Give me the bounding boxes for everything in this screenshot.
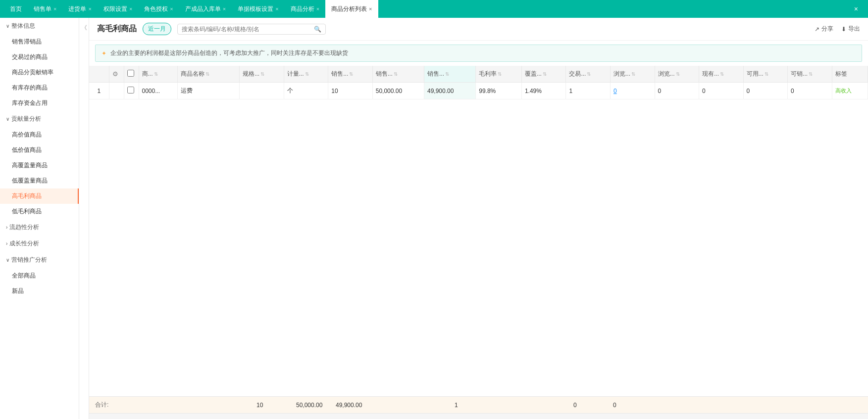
sidebar-item-in-stock[interactable]: 有库存的商品 <box>0 80 79 95</box>
col-header-available-stock[interactable]: 可用... ⇅ <box>743 66 788 83</box>
contribution-arrow-icon: ∨ <box>6 116 9 122</box>
col-header-sales-amount[interactable]: 销售... ⇅ <box>372 66 424 83</box>
sort-code-icon[interactable]: ⇅ <box>154 71 158 77</box>
close-template-tab[interactable]: × <box>275 6 278 12</box>
content-header: 高毛利商品 近一月 🔍 ↗ 分享 ⬇ 导出 <box>89 18 868 41</box>
gear-icon[interactable]: ⚙ <box>112 70 118 78</box>
sort-browse2-icon[interactable]: ⇅ <box>676 71 680 77</box>
sidebar-section-contribution[interactable]: ∨ 贡献量分析 <box>0 111 79 127</box>
sidebar-item-all-products[interactable]: 全部商品 <box>0 268 79 283</box>
sort-current-stock-icon[interactable]: ⇅ <box>720 71 724 77</box>
sort-spec-icon[interactable]: ⇅ <box>260 71 264 77</box>
sidebar-item-stock-capital[interactable]: 库存资金占用 <box>0 95 79 111</box>
share-button[interactable]: ↗ 分享 <box>815 25 833 33</box>
close-sales-tab[interactable]: × <box>53 6 56 12</box>
sidebar-item-high-value[interactable]: 高价值商品 <box>0 127 79 142</box>
nav-template[interactable]: 单据模板设置 × <box>232 0 284 18</box>
sort-transaction-icon[interactable]: ⇅ <box>587 71 591 77</box>
search-icon[interactable]: 🔍 <box>314 26 321 33</box>
sort-sales-qty-icon[interactable]: ⇅ <box>349 71 353 77</box>
close-product-tab[interactable]: × <box>223 6 226 12</box>
nav-product-inbound[interactable]: 产成品入库单 × <box>179 0 232 18</box>
search-input[interactable] <box>182 26 314 33</box>
data-table: ⚙ 商... ⇅ 商品名称 <box>89 66 868 99</box>
col-header-transaction[interactable]: 交易... ⇅ <box>566 66 611 83</box>
sort-browse1-icon[interactable]: ⇅ <box>631 71 635 77</box>
row-checkbox[interactable] <box>127 87 134 93</box>
window-close-button[interactable]: × <box>848 5 864 13</box>
nav-role-auth[interactable]: 角色授权 × <box>138 0 179 18</box>
cell-current-stock: 0 <box>699 83 744 99</box>
col-header-browse2[interactable]: 浏览... ⇅ <box>655 66 699 83</box>
nav-permissions[interactable]: 权限设置 × <box>98 0 138 18</box>
sort-available-icon[interactable]: ⇅ <box>765 71 768 77</box>
sort-sales-profit-icon[interactable]: ⇅ <box>445 71 449 77</box>
col-header-unit[interactable]: 计量... ⇅ <box>284 66 328 83</box>
sidebar-section-marketing[interactable]: ∨ 营销推广分析 <box>0 252 79 268</box>
col-header-gear[interactable]: ⚙ <box>109 66 124 83</box>
footer-current-stock: 0 <box>570 402 610 409</box>
col-header-sales-profit[interactable]: 销售... ⇅ <box>424 66 476 83</box>
cell-checkbox[interactable] <box>124 83 139 99</box>
marketing-arrow-icon: ∨ <box>6 257 9 263</box>
overall-arrow-icon: ∨ <box>6 23 9 29</box>
sort-saleable-icon[interactable]: ⇅ <box>809 71 813 77</box>
cell-browse1[interactable]: 0 <box>610 83 655 99</box>
sidebar-collapse-button[interactable]: 《 <box>79 18 89 419</box>
sidebar-section-growth[interactable]: › 成长性分析 <box>0 235 79 252</box>
sort-sales-amount-icon[interactable]: ⇅ <box>394 71 398 77</box>
nav-analysis-list[interactable]: 商品分析列表 × <box>325 0 378 18</box>
sidebar-item-high-margin[interactable]: 高毛利商品 <box>0 188 79 204</box>
col-header-checkbox[interactable] <box>124 66 139 83</box>
tag-label: 高收入 <box>835 88 852 93</box>
sidebar-section-overall[interactable]: ∨ 整体信息 <box>0 18 79 34</box>
nav-product-analysis[interactable]: 商品分析 × <box>285 0 325 18</box>
sidebar-item-low-margin[interactable]: 低毛利商品 <box>0 204 79 219</box>
select-all-checkbox[interactable] <box>127 70 134 77</box>
col-header-gross-margin[interactable]: 毛利率 ⇅ <box>476 66 522 83</box>
col-header-spec[interactable]: 规格... ⇅ <box>240 66 284 83</box>
close-role-tab[interactable]: × <box>170 6 173 12</box>
close-permissions-tab[interactable]: × <box>129 6 132 12</box>
top-nav: 首页 销售单 × 进货单 × 权限设置 × 角色授权 × 产成品入库单 × 单据… <box>0 0 868 18</box>
sidebar-item-high-coverage[interactable]: 高覆盖量商品 <box>0 158 79 173</box>
notice-icon: ✦ <box>102 50 106 57</box>
sort-unit-icon[interactable]: ⇅ <box>305 71 309 77</box>
sidebar-item-low-coverage[interactable]: 低覆盖量商品 <box>0 173 79 188</box>
cell-saleable-stock: 0 <box>788 83 832 99</box>
close-purchase-tab[interactable]: × <box>88 6 91 12</box>
page-title: 高毛利商品 <box>97 24 137 34</box>
nav-sales[interactable]: 销售单 × <box>28 0 62 18</box>
sidebar-item-slow-sales[interactable]: 销售滞销品 <box>0 34 79 49</box>
filter-month-button[interactable]: 近一月 <box>143 23 171 35</box>
close-analysis-list-tab[interactable]: × <box>369 6 372 12</box>
sidebar-item-contribution-rate[interactable]: 商品分贡献销率 <box>0 65 79 80</box>
cell-tag: 高收入 <box>832 83 868 99</box>
notice-bar: ✦ 企业的主要的利润都是这部分商品创造的，可考虑加大推广，同时关注库存是不要出现… <box>95 45 862 62</box>
col-header-saleable-stock[interactable]: 可销... ⇅ <box>788 66 832 83</box>
sidebar-item-traded[interactable]: 交易过的商品 <box>0 49 79 65</box>
nav-purchase[interactable]: 进货单 × <box>62 0 97 18</box>
col-header-name[interactable]: 商品名称 ⇅ <box>177 66 240 83</box>
footer-transaction: 1 <box>452 402 491 409</box>
sidebar-item-low-value[interactable]: 低价值商品 <box>0 142 79 158</box>
nav-home[interactable]: 首页 <box>4 0 28 18</box>
col-header-coverage[interactable]: 覆盖... ⇅ <box>521 66 566 83</box>
close-analysis-tab[interactable]: × <box>316 6 319 12</box>
sort-name-icon[interactable]: ⇅ <box>205 71 209 77</box>
col-header-browse1[interactable]: 浏览... ⇅ <box>610 66 655 83</box>
export-button[interactable]: ⬇ 导出 <box>841 25 860 33</box>
col-header-code[interactable]: 商... ⇅ <box>139 66 177 83</box>
sidebar-section-flow[interactable]: › 流趋性分析 <box>0 219 79 235</box>
cell-gross-margin: 99.8% <box>476 83 522 99</box>
notice-text: 企业的主要的利润都是这部分商品创造的，可考虑加大推广，同时关注库存是不要出现缺货 <box>110 49 348 57</box>
table-container[interactable]: ⚙ 商... ⇅ 商品名称 <box>89 66 868 396</box>
col-header-current-stock[interactable]: 现有... ⇅ <box>699 66 744 83</box>
main-layout: ∨ 整体信息 销售滞销品 交易过的商品 商品分贡献销率 有库存的商品 库存资金占… <box>0 18 868 419</box>
sidebar-item-new-products[interactable]: 新品 <box>0 283 79 299</box>
sort-coverage-icon[interactable]: ⇅ <box>543 71 547 77</box>
col-header-sales-qty[interactable]: 销售... ⇅ <box>328 66 373 83</box>
footer-total: 合计: 10 50,000.00 49,900.00 1 0 0 <box>89 396 868 413</box>
horizontal-scrollbar[interactable] <box>89 413 868 419</box>
sort-margin-icon[interactable]: ⇅ <box>498 71 502 77</box>
